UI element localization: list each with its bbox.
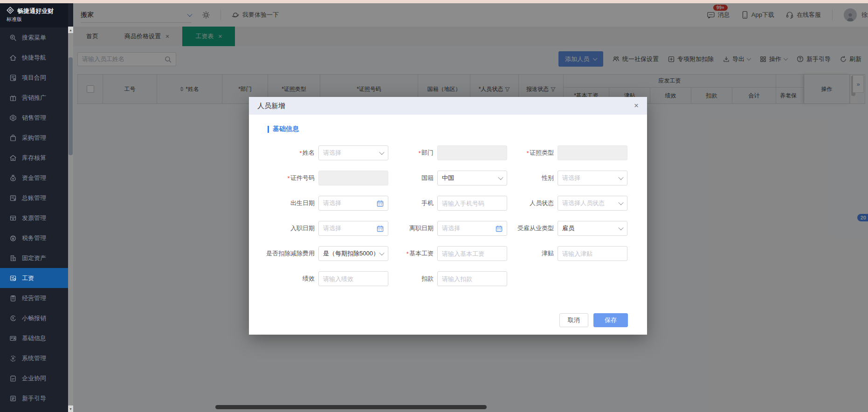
certificate-type-field-disabled	[558, 145, 627, 160]
section-basic-info: 基础信息	[268, 125, 647, 133]
sidebar-item-project-contract[interactable]: 项目合同	[0, 68, 68, 88]
collaboration-icon	[9, 374, 17, 382]
sidebar-item-purchase[interactable]: 采购管理	[0, 128, 68, 148]
brand-logo: 畅捷通好业财 标准版	[0, 3, 68, 27]
field-label: 绩效	[268, 271, 315, 286]
base-salary-input-field[interactable]	[442, 250, 503, 257]
cancel-button[interactable]: 取消	[559, 313, 588, 327]
form-row: 出生日期 请选择 手机 人员状态 请选择人员状态	[249, 196, 647, 211]
leave-date-picker[interactable]: 请选择	[437, 221, 507, 236]
sidebar-scrollbar-track[interactable]: ▲ ▼	[68, 27, 73, 412]
sidebar-item-label: 系统管理	[22, 354, 46, 363]
sidebar-item-inventory[interactable]: 库存核算	[0, 148, 68, 168]
sidebar-item-quick-nav[interactable]: 快捷导航	[0, 48, 68, 68]
nationality-select[interactable]: 中国	[437, 171, 507, 185]
field-label: *姓名	[268, 145, 315, 160]
performance-input[interactable]	[318, 271, 388, 286]
scroll-down-button[interactable]: ▼	[68, 405, 73, 412]
modal-title: 人员新增	[257, 102, 285, 110]
sidebar-item-funds[interactable]: 资金管理	[0, 168, 68, 188]
chevron-down-icon	[618, 200, 623, 205]
base-salary-input[interactable]	[437, 246, 507, 261]
allowance-input[interactable]	[558, 246, 627, 261]
field-label: 国籍	[388, 171, 434, 185]
sidebar-item-label: 营销推广	[22, 94, 46, 102]
sidebar-item-invoice[interactable]: 发票管理	[0, 208, 68, 228]
building-icon	[9, 254, 17, 262]
deduction-input[interactable]	[437, 271, 507, 286]
sidebar-item-label: 总账管理	[22, 194, 46, 202]
close-icon[interactable]: ×	[634, 101, 639, 110]
sidebar-item-ledger[interactable]: 总账管理	[0, 188, 68, 208]
deduction-input-field[interactable]	[442, 275, 503, 282]
sidebar-item-sales[interactable]: 销售管理	[0, 108, 68, 128]
sidebar-scrollbar-thumb[interactable]	[69, 57, 73, 155]
clipboard-icon	[9, 294, 17, 302]
gift-icon	[9, 94, 17, 102]
home-icon	[9, 54, 17, 62]
calendar-icon	[496, 225, 503, 232]
sidebar-scrollbar[interactable]: ▲ ▼	[68, 3, 73, 412]
section-bar	[268, 126, 269, 133]
brand-name: 畅捷通好业财	[17, 7, 54, 15]
field-label: *基本工资	[388, 246, 434, 261]
sidebar-item-fixed-assets[interactable]: 固定资产	[0, 248, 68, 268]
sidebar-item-system[interactable]: 系统管理	[0, 348, 68, 368]
modal-body: 基础信息 *姓名 请选择 *部门 *证照类型 *证件号码 国籍 中国 性别	[249, 115, 647, 286]
save-button[interactable]: 保存	[593, 313, 628, 327]
sidebar-item-tax[interactable]: 税务管理	[0, 228, 68, 248]
sidebar-item-label: 项目合同	[22, 74, 46, 82]
salary-icon	[9, 274, 17, 282]
field-label: *部门	[388, 145, 434, 160]
allowance-input-field[interactable]	[562, 250, 623, 257]
deduction-exemption-select[interactable]: 是（每期扣除5000）	[318, 246, 388, 261]
chevron-down-icon	[379, 250, 384, 255]
field-label: 人员状态	[507, 196, 554, 211]
field-label: 受雇从业类型	[507, 221, 554, 236]
form-row: 入职日期 请选择 离职日期 请选择 受雇从业类型 雇员	[249, 221, 647, 236]
chevron-down-icon	[618, 225, 623, 230]
form-row: *姓名 请选择 *部门 *证照类型	[249, 145, 647, 160]
hire-date-picker[interactable]: 请选择	[318, 221, 388, 236]
sidebar-item-label: 新手引导	[22, 394, 46, 403]
scroll-up-button[interactable]: ▲	[68, 27, 73, 33]
calendar-icon	[377, 225, 384, 232]
mobile-input[interactable]	[437, 196, 507, 211]
form-row: *证件号码 国籍 中国 性别 请选择	[249, 171, 647, 185]
section-title: 基础信息	[273, 125, 299, 133]
gender-select[interactable]: 请选择	[558, 171, 627, 185]
sidebar-item-search-menu[interactable]: 搜索菜单	[0, 27, 68, 48]
department-field-disabled	[437, 145, 507, 160]
sidebar-item-collaboration[interactable]: 企业协同	[0, 368, 68, 388]
sales-icon	[9, 114, 17, 122]
sidebar-item-salary[interactable]: 工资	[0, 268, 68, 288]
field-label: 性别	[507, 171, 554, 185]
chevron-down-icon	[498, 175, 503, 180]
system-icon	[9, 354, 17, 362]
sidebar-item-guide[interactable]: 新手引导	[0, 388, 68, 408]
sidebar-item-label: 资金管理	[22, 174, 46, 182]
reimburse-icon	[9, 314, 17, 322]
warehouse-icon	[9, 154, 17, 162]
birth-date-picker[interactable]: 请选择	[318, 196, 388, 211]
sidebar-item-marketing[interactable]: 营销推广	[0, 88, 68, 108]
certificate-number-field-disabled	[318, 171, 388, 185]
form-row: 是否扣除减除费用 是（每期扣除5000） *基本工资 津贴	[249, 246, 647, 261]
sidebar-item-label: 销售管理	[22, 114, 46, 122]
name-select[interactable]: 请选择	[318, 145, 388, 160]
performance-input-field[interactable]	[323, 275, 384, 282]
chevron-down-icon	[618, 175, 623, 180]
mobile-input-field[interactable]	[442, 200, 503, 207]
field-label: 入职日期	[268, 221, 315, 236]
sidebar-item-label: 发票管理	[22, 214, 46, 222]
field-label: 出生日期	[268, 196, 315, 211]
sidebar-item-operations[interactable]: 经营管理	[0, 288, 68, 308]
guide-icon	[9, 394, 17, 402]
field-label: 手机	[388, 196, 434, 211]
person-status-select[interactable]: 请选择人员状态	[558, 196, 627, 211]
field-label: 津贴	[507, 246, 554, 261]
sidebar-item-base-info[interactable]: 基础信息	[0, 328, 68, 348]
employment-type-select[interactable]: 雇员	[558, 221, 627, 236]
sidebar-item-label: 基础信息	[22, 334, 46, 343]
sidebar-item-reimburse[interactable]: 小畅报销	[0, 308, 68, 328]
